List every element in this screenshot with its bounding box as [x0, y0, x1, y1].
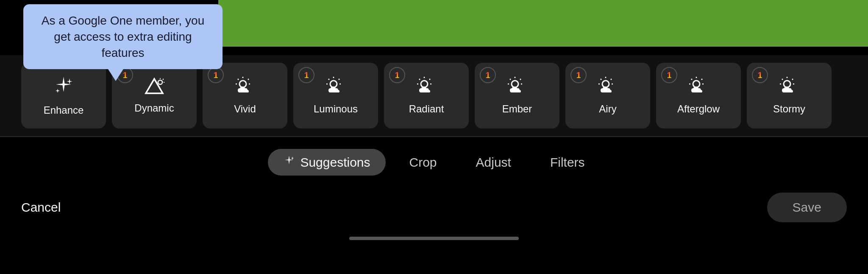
- filter-tile-radiant[interactable]: 1: [384, 63, 469, 129]
- svg-point-4: [158, 80, 162, 84]
- filter-label-afterglow: Afterglow: [677, 103, 720, 115]
- svg-line-51: [601, 79, 601, 80]
- tab-filters-label: Filters: [550, 155, 585, 169]
- svg-line-33: [419, 79, 420, 80]
- cancel-button[interactable]: Cancel: [21, 200, 61, 215]
- svg-line-42: [510, 79, 511, 80]
- tab-bar: Suggestions Crop Adjust Filters: [0, 137, 868, 184]
- svg-text:1: 1: [576, 70, 581, 80]
- filter-label-dynamic: Dynamic: [134, 102, 174, 114]
- filter-label-enhance: Enhance: [44, 104, 84, 116]
- g1-badge-afterglow: 1: [661, 67, 677, 83]
- svg-text:1: 1: [757, 70, 762, 80]
- suggestions-sparkle-icon: [283, 155, 295, 170]
- filter-label-radiant: Radiant: [409, 103, 444, 115]
- enhance-sparkles-icon: [53, 75, 75, 100]
- g1-badge-airy: 1: [570, 67, 587, 83]
- tab-adjust[interactable]: Adjust: [461, 149, 526, 176]
- svg-point-55: [693, 81, 700, 87]
- svg-text:1: 1: [395, 70, 399, 80]
- vivid-sun-cloud-icon: [234, 76, 256, 99]
- filter-label-vivid: Vivid: [234, 103, 256, 115]
- svg-line-34: [429, 79, 430, 80]
- filter-tile-afterglow[interactable]: 1: [656, 63, 741, 129]
- filter-tile-airy[interactable]: 1: [565, 63, 650, 129]
- ember-sun-cloud-icon: [506, 76, 529, 99]
- tab-crop[interactable]: Crop: [394, 149, 452, 176]
- svg-text:1: 1: [213, 70, 218, 80]
- home-indicator: [0, 231, 868, 243]
- svg-line-69: [782, 79, 783, 80]
- svg-line-61: [701, 79, 702, 80]
- filter-label-stormy: Stormy: [773, 103, 805, 115]
- svg-marker-3: [146, 79, 163, 93]
- svg-point-10: [239, 81, 246, 87]
- filter-label-airy: Airy: [599, 103, 616, 115]
- g1-badge-luminous: 1: [298, 67, 314, 83]
- svg-text:1: 1: [485, 70, 490, 80]
- g1-badge-stormy: 1: [752, 67, 768, 83]
- save-button[interactable]: Save: [767, 193, 847, 222]
- image-area: As a Google One member, you get access t…: [0, 0, 868, 55]
- filter-label-luminous: Luminous: [314, 103, 358, 115]
- filter-tile-luminous[interactable]: 1: [293, 63, 378, 129]
- afterglow-sun-cloud-icon: [687, 76, 710, 99]
- stormy-sun-cloud-icon: [778, 76, 801, 99]
- g1-badge-radiant: 1: [389, 67, 405, 83]
- svg-point-37: [512, 81, 518, 87]
- tab-suggestions-label: Suggestions: [300, 155, 370, 170]
- g1-badge-vivid: 1: [208, 67, 224, 83]
- svg-line-25: [339, 79, 339, 80]
- svg-line-60: [691, 79, 692, 80]
- filter-tile-dynamic[interactable]: 1 1: [112, 63, 197, 129]
- svg-line-15: [238, 79, 239, 80]
- tab-suggestions[interactable]: Suggestions: [268, 149, 385, 176]
- svg-line-6: [163, 79, 164, 80]
- svg-line-24: [328, 79, 329, 80]
- dynamic-mountain-icon: [144, 77, 164, 98]
- filter-label-ember: Ember: [502, 103, 532, 115]
- airy-sun-cloud-icon: [596, 76, 619, 99]
- filter-tile-ember[interactable]: 1: [475, 63, 559, 129]
- tab-filters[interactable]: Filters: [535, 149, 600, 176]
- g1-badge-ember: 1: [480, 67, 496, 83]
- tooltip-text: As a Google One member, you get access t…: [42, 14, 204, 59]
- bottom-bar: Cancel Save: [0, 184, 868, 231]
- svg-point-46: [602, 81, 609, 87]
- svg-line-70: [792, 79, 793, 80]
- google-one-tooltip: As a Google One member, you get access t…: [23, 4, 223, 69]
- svg-line-52: [611, 79, 612, 80]
- svg-line-43: [520, 79, 521, 80]
- svg-text:1: 1: [304, 70, 309, 80]
- svg-point-64: [784, 81, 790, 87]
- radiant-sun-cloud-icon: [415, 76, 438, 99]
- filter-tile-vivid[interactable]: 1: [203, 63, 287, 129]
- tab-crop-label: Crop: [409, 155, 437, 169]
- svg-line-16: [248, 79, 249, 80]
- luminous-sun-cloud-icon: [324, 76, 347, 99]
- filter-tile-stormy[interactable]: 1: [747, 63, 832, 129]
- filter-tile-enhance[interactable]: Enhance: [21, 63, 106, 129]
- home-indicator-bar: [349, 237, 519, 240]
- svg-point-28: [421, 81, 428, 87]
- svg-point-19: [330, 81, 337, 87]
- svg-text:1: 1: [122, 70, 127, 80]
- svg-text:1: 1: [667, 70, 671, 80]
- tab-adjust-label: Adjust: [476, 155, 511, 169]
- image-preview: [218, 0, 868, 47]
